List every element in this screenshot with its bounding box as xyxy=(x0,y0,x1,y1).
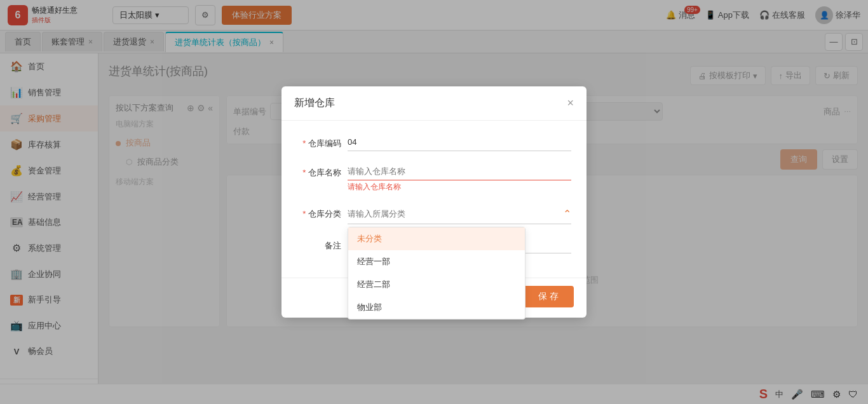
dropdown-option-property[interactable]: 物业部 xyxy=(348,296,525,319)
modal-close-button[interactable]: × xyxy=(567,97,574,110)
warehouse-name-input[interactable] xyxy=(348,163,571,180)
name-error-text: 请输入仓库名称 xyxy=(348,182,571,192)
form-row-code: 仓库编码 xyxy=(297,133,571,151)
category-label: 仓库分类 xyxy=(297,204,348,220)
dropdown-option-uncategorized[interactable]: 未分类 xyxy=(348,227,525,250)
form-row-name: 仓库名称 请输入仓库名称 xyxy=(297,163,571,192)
remark-label: 备注 xyxy=(297,236,348,252)
modal-overlay: 新增仓库 × 仓库编码 仓库名称 请输入仓库名称 仓库分类 xyxy=(0,0,868,404)
dropdown-option-operations2[interactable]: 经营二部 xyxy=(348,273,525,296)
category-dropdown-toggle[interactable]: ⌃ xyxy=(563,208,571,220)
form-row-category: 仓库分类 ⌃ 未分类 经营一部 经营二部 物业部 xyxy=(297,204,571,224)
category-input[interactable] xyxy=(348,209,563,219)
category-dropdown-list: 未分类 经营一部 经营二部 物业部 xyxy=(348,227,526,320)
category-dropdown-wrapper: ⌃ 未分类 经营一部 经营二部 物业部 xyxy=(348,204,571,224)
save-button[interactable]: 保 存 xyxy=(523,286,574,307)
modal-title: 新增仓库 xyxy=(294,97,335,110)
modal-body: 仓库编码 仓库名称 请输入仓库名称 仓库分类 ⌃ xyxy=(281,121,587,278)
modal-header: 新增仓库 × xyxy=(281,86,587,121)
name-label: 仓库名称 xyxy=(297,163,348,178)
dropdown-option-operations1[interactable]: 经营一部 xyxy=(348,250,525,273)
new-warehouse-modal: 新增仓库 × 仓库编码 仓库名称 请输入仓库名称 仓库分类 xyxy=(281,86,587,318)
code-label: 仓库编码 xyxy=(297,133,348,149)
warehouse-code-input[interactable] xyxy=(348,133,571,151)
